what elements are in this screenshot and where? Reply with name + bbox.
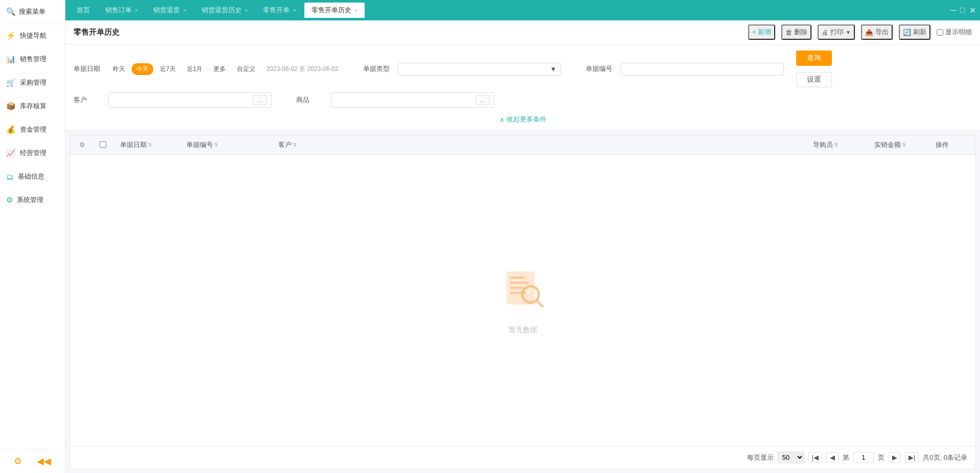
customer-dots-btn[interactable]: ...: [253, 95, 267, 105]
window-close-icon[interactable]: ✕: [969, 6, 976, 15]
delete-button[interactable]: 🗑 删除: [781, 24, 811, 40]
close-tab-retail-open[interactable]: ×: [293, 7, 296, 13]
window-min-icon[interactable]: ─: [950, 6, 956, 15]
pagination-bar: 每页显示 50 20 100 |◀ ◀ 第 页 ▶ ▶| 共0页, 0条记录: [70, 446, 975, 468]
th-action-label: 操作: [936, 140, 949, 150]
settings-icon[interactable]: ⚙: [14, 456, 22, 467]
tab-home[interactable]: 首页: [69, 3, 97, 18]
refresh-icon: 🔄: [903, 29, 911, 36]
search-menu[interactable]: 🔍 搜索菜单: [0, 0, 65, 24]
sidebar-item-purchase-mgmt[interactable]: 🛒 采购管理: [0, 71, 65, 94]
product-dots-btn[interactable]: ...: [475, 95, 490, 105]
system-mgmt-icon: ⚙: [6, 195, 13, 205]
th-customer-label: 客户: [278, 140, 292, 150]
sidebar-item-operation[interactable]: 📈 经营管理: [0, 141, 65, 165]
nav-label: 系统管理: [17, 195, 43, 205]
per-page-select[interactable]: 50 20 100: [778, 452, 804, 463]
th-number[interactable]: 单据编号 ⇅: [181, 136, 273, 154]
close-tab-sales-return-history[interactable]: ×: [245, 7, 248, 13]
display-detail-label: 显示明细: [945, 28, 972, 37]
page-summary: 共0页, 0条记录: [923, 453, 967, 462]
close-tab-retail-open-history[interactable]: ×: [354, 7, 357, 13]
sidebar: 🔍 搜索菜单 ⚡ 快捷导航 📊 销售管理 🛒 采购管理 📦 库存核算 💰 资金管…: [0, 0, 65, 473]
custom-btn[interactable]: 自定义: [232, 63, 260, 75]
sidebar-nav: ⚡ 快捷导航 📊 销售管理 🛒 采购管理 📦 库存核算 💰 资金管理 📈 经营管…: [0, 24, 65, 449]
display-detail-checkbox[interactable]: 显示明细: [937, 28, 972, 37]
window-max-icon[interactable]: □: [960, 6, 965, 15]
purchase-mgmt-icon: 🛒: [6, 78, 16, 87]
setting-button[interactable]: 设置: [796, 72, 832, 87]
close-tab-sales-return[interactable]: ×: [183, 7, 186, 13]
print-label: 打印: [830, 28, 844, 37]
doc-type-dropdown-icon: ▼: [550, 65, 557, 73]
sort-number-icon: ⇅: [214, 142, 218, 147]
doc-type-label: 单据类型: [363, 64, 394, 73]
sidebar-item-quick-nav[interactable]: ⚡ 快捷导航: [0, 24, 65, 47]
prev-page-btn[interactable]: ◀: [826, 452, 839, 463]
table-header: ⚙ 单据日期 ⇅ 单据编号 ⇅ 客户 ⇅ 导购员 ⇅: [70, 135, 975, 155]
tab-retail-open-history[interactable]: 零售开单历史 ×: [304, 3, 365, 18]
basic-info-icon: 🗂: [6, 172, 14, 181]
add-button[interactable]: + 新增: [748, 24, 775, 40]
page-label: 第: [843, 453, 849, 462]
display-detail-input[interactable]: [937, 29, 943, 36]
tab-home-label: 首页: [77, 6, 90, 15]
svg-rect-2: [510, 282, 529, 284]
sort-guide-icon: ⇅: [834, 142, 838, 147]
sidebar-item-sales-mgmt[interactable]: 📊 销售管理: [0, 47, 65, 71]
collapse-icon[interactable]: ◀◀: [37, 456, 51, 467]
tab-retail-open[interactable]: 零售开单 ×: [256, 3, 303, 18]
doc-num-label: 单据编号: [586, 64, 616, 73]
last1month-btn[interactable]: 近1月: [182, 63, 207, 75]
filter-panel: 单据日期 昨天 今天 近7天 近1月 更多 自定义 2023-06-02 至 2…: [65, 44, 980, 131]
page-input[interactable]: [853, 452, 874, 463]
today-btn[interactable]: 今天: [132, 63, 153, 75]
collapse-more-btn[interactable]: ∧ 收起更多条件: [74, 113, 972, 124]
customer-select[interactable]: ...: [108, 92, 272, 108]
th-number-label: 单据编号: [186, 140, 213, 150]
tab-sales-return-history[interactable]: 销货退货历史 ×: [195, 3, 255, 18]
trash-icon: 🗑: [785, 29, 792, 36]
quick-nav-icon: ⚡: [6, 31, 16, 40]
doc-type-select[interactable]: ▼: [398, 63, 561, 76]
query-button[interactable]: 查询: [796, 51, 832, 66]
refresh-button[interactable]: 🔄 刷新: [899, 24, 930, 40]
product-select[interactable]: ...: [331, 92, 494, 108]
export-button[interactable]: 📤 导出: [861, 24, 893, 40]
last-page-btn[interactable]: ▶|: [905, 452, 919, 463]
tab-sales-return[interactable]: 销货退货 ×: [146, 3, 193, 18]
nav-label: 快捷导航: [20, 31, 46, 40]
sidebar-item-inventory[interactable]: 📦 库存核算: [0, 94, 65, 118]
tab-sales-return-history-label: 销货退货历史: [202, 6, 242, 15]
th-date[interactable]: 单据日期 ⇅: [115, 136, 181, 154]
svg-line-6: [537, 301, 542, 306]
next-page-btn[interactable]: ▶: [889, 452, 901, 463]
yesterday-btn[interactable]: 昨天: [108, 63, 130, 75]
table-body: 暂无数据: [70, 155, 975, 446]
th-guide[interactable]: 导购员 ⇅: [808, 136, 869, 154]
select-all-checkbox[interactable]: [100, 141, 106, 148]
doc-num-input[interactable]: [620, 63, 784, 76]
data-table: ⚙ 单据日期 ⇅ 单据编号 ⇅ 客户 ⇅ 导购员 ⇅: [69, 135, 976, 469]
sidebar-item-system-mgmt[interactable]: ⚙ 系统管理: [0, 188, 65, 212]
sidebar-item-finance[interactable]: 💰 资金管理: [0, 118, 65, 141]
page-end-label: 页: [878, 453, 885, 462]
refresh-label: 刷新: [913, 28, 926, 37]
tab-sales-order[interactable]: 销售订单 ×: [98, 3, 145, 18]
column-settings-btn[interactable]: ⚙: [74, 137, 94, 153]
sort-date-icon: ⇅: [148, 142, 152, 147]
sidebar-bottom: ⚙ ◀◀: [0, 449, 65, 473]
close-tab-sales-order[interactable]: ×: [135, 7, 138, 13]
nav-label: 资金管理: [20, 125, 46, 134]
date-range-display: 2023-06-02 至 2023-06-02: [266, 65, 338, 73]
th-customer[interactable]: 客户 ⇅: [273, 136, 808, 154]
print-button[interactable]: 🖨 打印 ▼: [818, 24, 855, 40]
more-btn[interactable]: 更多: [209, 63, 230, 75]
th-amount[interactable]: 实销金额 ⇅: [869, 136, 930, 154]
product-label: 商品: [296, 95, 327, 105]
last7days-btn[interactable]: 近7天: [155, 63, 180, 75]
th-guide-label: 导购员: [813, 140, 833, 150]
tab-retail-open-label: 零售开单: [263, 6, 290, 15]
sidebar-item-basic-info[interactable]: 🗂 基础信息: [0, 165, 65, 188]
first-page-btn[interactable]: |◀: [808, 452, 822, 463]
